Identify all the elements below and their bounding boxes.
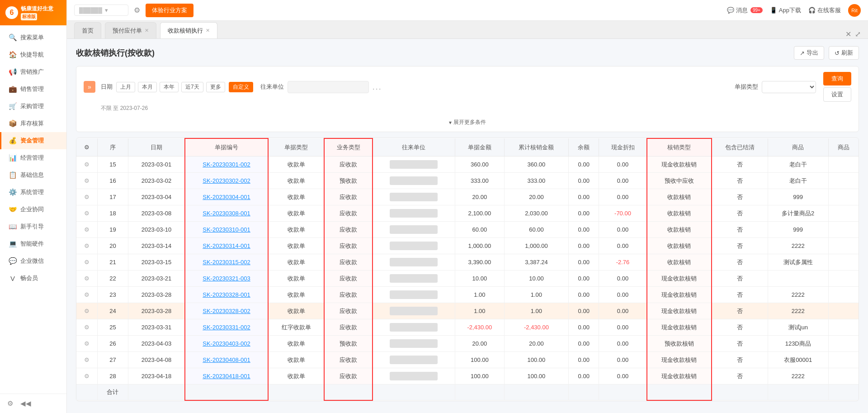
cell-bill_no[interactable]: SK-20230328-001	[185, 287, 268, 303]
bill-no-link[interactable]: SK-20230301-002	[203, 161, 250, 168]
row-settings-icon[interactable]: ⚙	[84, 194, 90, 200]
sidebar-item-guide[interactable]: 📖新手引导	[0, 218, 66, 235]
query-btn[interactable]: 查询	[823, 72, 851, 85]
table-scroll[interactable]: ⚙序日期单据编号单据类型业务类型往来单位单据金额累计核销金额余额现金折扣核销类型…	[76, 138, 859, 401]
message-action[interactable]: 💬 消息 99+	[727, 6, 763, 14]
settings-icon[interactable]: ⚙	[7, 399, 13, 408]
filter-settings-btn[interactable]: 设置	[823, 87, 851, 102]
row-settings-icon[interactable]: ⚙	[84, 210, 90, 217]
cell-bill_no[interactable]: SK-20230418-001	[185, 368, 268, 385]
sidebar-label-hardware: 智能硬件	[20, 240, 44, 248]
cell-bill_no[interactable]: SK-20230403-002	[185, 336, 268, 352]
sidebar-item-member[interactable]: V畅会员	[0, 270, 66, 287]
tab-advance[interactable]: 预付应付单✕	[105, 22, 156, 38]
custom-date-btn[interactable]: 自定义	[229, 82, 253, 92]
bill-no-link[interactable]: SK-20230328-001	[203, 291, 250, 298]
bill-type-select[interactable]	[762, 81, 816, 93]
collapse-icon[interactable]: ◀◀	[20, 399, 31, 408]
app-download-action[interactable]: 📱 App下载	[770, 6, 801, 14]
row-settings-icon[interactable]: ⚙	[84, 340, 90, 347]
sidebar-item-marketing[interactable]: 📢营销推广	[0, 63, 66, 81]
row-settings-icon[interactable]: ⚙	[84, 308, 90, 314]
solution-btn[interactable]: 体验行业方案	[146, 4, 193, 17]
row-settings-icon[interactable]: ⚙	[84, 291, 90, 298]
tab-close-btn[interactable]: ✕	[845, 30, 851, 38]
cell-bill_no[interactable]: SK-20230328-002	[185, 303, 268, 319]
sidebar-item-wechat[interactable]: 💬企业微信	[0, 252, 66, 270]
tab-home[interactable]: 首页	[74, 22, 101, 38]
export-btn[interactable]: ↗ 导出	[794, 46, 824, 60]
sidebar-item-shortcut[interactable]: 🏠快捷导航	[0, 46, 66, 63]
sidebar-item-corp[interactable]: 🤝企业协同	[0, 201, 66, 218]
bill-no-link[interactable]: SK-20230302-002	[203, 177, 250, 184]
cell-bill_no[interactable]: SK-20230302-002	[185, 173, 268, 189]
bill-no-link[interactable]: SK-20230403-002	[203, 340, 250, 347]
row-settings-icon[interactable]: ⚙	[84, 324, 90, 331]
sidebar-item-hardware[interactable]: 💻智能硬件	[0, 235, 66, 252]
row-settings-icon[interactable]: ⚙	[84, 275, 90, 282]
bill-no-link[interactable]: SK-20230314-001	[203, 242, 250, 249]
tab-close-advance[interactable]: ✕	[145, 28, 149, 33]
gear-icon[interactable]: ⚙	[134, 6, 140, 14]
cell-balance: 0.00	[569, 157, 599, 173]
cell-discount: -70.00	[599, 205, 647, 222]
row-settings-icon[interactable]: ⚙	[84, 226, 90, 233]
cell-bill_no[interactable]: SK-20230331-002	[185, 319, 268, 336]
bill-no-link[interactable]: SK-20230308-001	[203, 210, 250, 217]
date-btn-本年[interactable]: 本年	[160, 82, 179, 92]
more-options-btn[interactable]: ...	[373, 82, 382, 92]
cell-date: 2023-04-18	[128, 368, 185, 385]
sidebar-item-basic[interactable]: 📋基础信息	[0, 166, 66, 184]
expand-more-btn[interactable]: ▾ 展开更多条件	[449, 119, 486, 126]
bill-no-link[interactable]: SK-20230418-001	[203, 373, 250, 380]
cell-settings: ⚙	[76, 205, 98, 222]
message-icon: 💬	[727, 7, 734, 14]
date-btn-本月[interactable]: 本月	[138, 82, 157, 92]
tab-expand-btn[interactable]: ⤢	[855, 30, 861, 38]
cell-bill_no[interactable]: SK-20230408-001	[185, 352, 268, 368]
sidebar-footer[interactable]: ⚙ ◀◀	[0, 394, 66, 413]
sidebar-item-finance[interactable]: 💰资金管理	[0, 132, 66, 149]
row-settings-icon[interactable]: ⚙	[84, 259, 90, 266]
filter-toggle-btn[interactable]: »	[84, 81, 95, 93]
header-selector[interactable]: ██████ ▾	[74, 5, 128, 16]
row-settings-icon[interactable]: ⚙	[84, 373, 90, 380]
row-settings-icon[interactable]: ⚙	[84, 161, 90, 168]
cell-bill_no[interactable]: SK-20230315-002	[185, 254, 268, 271]
tab-close-collection[interactable]: ✕	[206, 28, 210, 33]
tab-collection[interactable]: 收款核销执行✕	[160, 22, 217, 38]
cell-bill_no[interactable]: SK-20230310-001	[185, 222, 268, 238]
sidebar-item-sales[interactable]: 💼销售管理	[0, 81, 66, 98]
cell-bill_no[interactable]: SK-20230321-003	[185, 271, 268, 287]
row-settings-icon[interactable]: ⚙	[84, 242, 90, 249]
bill-no-link[interactable]: SK-20230321-003	[203, 275, 250, 282]
cell-partner: ████████	[373, 319, 455, 336]
partner-input[interactable]	[288, 81, 369, 93]
sidebar-item-search[interactable]: 🔍搜索菜单	[0, 29, 66, 46]
cell-inc_settled: 否	[712, 319, 768, 336]
user-avatar[interactable]: Rit	[848, 4, 861, 17]
cell-bill_no[interactable]: SK-20230314-001	[185, 238, 268, 254]
bill-no-link[interactable]: SK-20230331-002	[203, 324, 250, 331]
cell-bill_no[interactable]: SK-20230301-002	[185, 157, 268, 173]
row-settings-icon[interactable]: ⚙	[84, 356, 90, 363]
date-btn-近7天[interactable]: 近7天	[181, 82, 203, 92]
sidebar-item-inventory[interactable]: 📦库存核算	[0, 115, 66, 132]
sidebar-item-system[interactable]: ⚙️系统管理	[0, 184, 66, 201]
bill-no-link[interactable]: SK-20230304-001	[203, 194, 250, 200]
cell-product2	[828, 319, 859, 336]
bill-no-link[interactable]: SK-20230408-001	[203, 356, 250, 363]
bill-no-link[interactable]: SK-20230315-002	[203, 259, 250, 266]
online-service-action[interactable]: 🎧 在线客服	[808, 6, 841, 14]
date-btn-上月[interactable]: 上月	[116, 82, 135, 92]
cell-product2	[828, 238, 859, 254]
bill-no-link[interactable]: SK-20230328-002	[203, 308, 250, 314]
refresh-btn[interactable]: ↺ 刷新	[829, 46, 859, 60]
date-btn-更多[interactable]: 更多	[206, 82, 225, 92]
sidebar-item-operation[interactable]: 📊经营管理	[0, 149, 66, 166]
bill-no-link[interactable]: SK-20230310-001	[203, 226, 250, 233]
sidebar-item-purchase[interactable]: 🛒采购管理	[0, 98, 66, 115]
cell-bill_no[interactable]: SK-20230308-001	[185, 205, 268, 222]
cell-bill_no[interactable]: SK-20230304-001	[185, 189, 268, 205]
row-settings-icon[interactable]: ⚙	[84, 177, 90, 184]
